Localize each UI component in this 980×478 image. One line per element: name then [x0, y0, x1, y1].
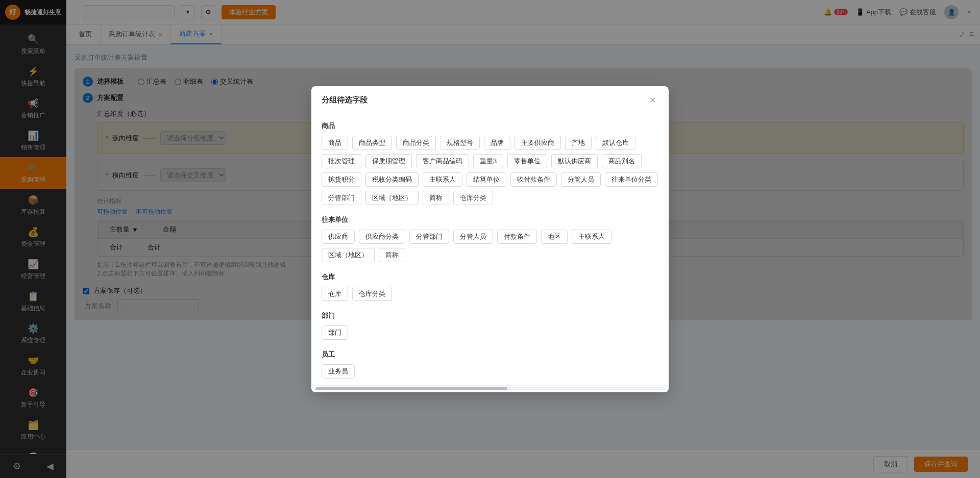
tag-warehouse-tags-1[interactable]: 仓库分类	[352, 287, 392, 301]
tag-product-tags-16[interactable]: 税收分类编码	[365, 172, 419, 187]
tag-partner-tags-7[interactable]: 区域（地区）	[322, 248, 375, 262]
tag-product-tags-20[interactable]: 分管人员	[561, 172, 601, 187]
tag-product-tags-4[interactable]: 品牌	[484, 136, 510, 150]
tag-product-tags-25[interactable]: 仓库分类	[453, 191, 493, 205]
tag-partner-tags-8[interactable]: 简称	[379, 248, 405, 262]
tag-product-tags-10[interactable]: 客户商品编码	[416, 154, 469, 168]
tag-product-tags-12[interactable]: 零售单位	[507, 154, 547, 168]
tag-partner-tags-1[interactable]: 供应商分类	[359, 230, 405, 244]
tag-product-tags-24[interactable]: 简称	[423, 191, 449, 205]
tag-partner-tags-2[interactable]: 分管部门	[409, 230, 449, 244]
section-employee: 员工 业务员	[322, 350, 658, 379]
tag-product-tags-22[interactable]: 分管部门	[322, 191, 361, 205]
modal: 分组待选字段 ✕ 商品 商品商品类型商品分类规格型号品牌主要供应商产地默认仓库批…	[311, 86, 669, 392]
tag-product-tags-8[interactable]: 批次管理	[322, 154, 361, 168]
hscroll-thumb	[315, 387, 507, 390]
tag-partner-tags-4[interactable]: 付款条件	[497, 230, 537, 244]
section-product: 商品 商品商品类型商品分类规格型号品牌主要供应商产地默认仓库批次管理保质期管理客…	[322, 121, 658, 205]
modal-hscroll[interactable]	[311, 385, 669, 392]
tag-product-tags-2[interactable]: 商品分类	[396, 136, 436, 150]
section-department: 部门 部门	[322, 311, 658, 340]
product-tags: 商品商品类型商品分类规格型号品牌主要供应商产地默认仓库批次管理保质期管理客户商品…	[322, 136, 658, 205]
partner-tags: 供应商供应商分类分管部门分管人员付款条件地区主联系人区域（地区）简称	[322, 230, 658, 262]
tag-product-tags-11[interactable]: 重量3	[473, 154, 503, 168]
section-warehouse-title: 仓库	[322, 272, 658, 282]
modal-title: 分组待选字段	[322, 95, 368, 105]
tag-product-tags-0[interactable]: 商品	[322, 136, 348, 150]
tag-product-tags-14[interactable]: 商品别名	[602, 154, 642, 168]
tag-product-tags-7[interactable]: 默认仓库	[596, 136, 635, 150]
section-partner: 往来单位 供应商供应商分类分管部门分管人员付款条件地区主联系人区域（地区）简称	[322, 215, 658, 262]
tag-product-tags-19[interactable]: 收付款条件	[510, 172, 557, 187]
tag-product-tags-18[interactable]: 结算单位	[467, 172, 506, 187]
tag-product-tags-17[interactable]: 主联系人	[423, 172, 462, 187]
overlay: 分组待选字段 ✕ 商品 商品商品类型商品分类规格型号品牌主要供应商产地默认仓库批…	[0, 0, 980, 478]
warehouse-tags: 仓库仓库分类	[322, 287, 658, 301]
tag-product-tags-5[interactable]: 主要供应商	[514, 136, 561, 150]
section-employee-title: 员工	[322, 350, 658, 359]
hscroll-track	[315, 387, 665, 390]
tag-product-tags-3[interactable]: 规格型号	[440, 136, 480, 150]
modal-header: 分组待选字段 ✕	[311, 86, 669, 113]
tag-partner-tags-3[interactable]: 分管人员	[453, 230, 493, 244]
tag-warehouse-tags-0[interactable]: 仓库	[322, 287, 348, 301]
tag-product-tags-23[interactable]: 区域（地区）	[365, 191, 419, 205]
tag-product-tags-1[interactable]: 商品类型	[352, 136, 392, 150]
tag-product-tags-13[interactable]: 默认供应商	[551, 154, 598, 168]
modal-body[interactable]: 商品 商品商品类型商品分类规格型号品牌主要供应商产地默认仓库批次管理保质期管理客…	[311, 113, 669, 385]
section-partner-title: 往来单位	[322, 215, 658, 224]
tag-department-tags-0[interactable]: 部门	[322, 325, 348, 340]
section-department-title: 部门	[322, 311, 658, 320]
tag-product-tags-6[interactable]: 产地	[565, 136, 592, 150]
section-product-title: 商品	[322, 121, 658, 131]
tag-partner-tags-5[interactable]: 地区	[541, 230, 568, 244]
tag-partner-tags-0[interactable]: 供应商	[322, 230, 355, 244]
tag-partner-tags-6[interactable]: 主联系人	[572, 230, 611, 244]
section-warehouse: 仓库 仓库仓库分类	[322, 272, 658, 301]
tag-product-tags-9[interactable]: 保质期管理	[365, 154, 412, 168]
tag-product-tags-21[interactable]: 往来单位分类	[605, 172, 658, 187]
tag-employee-tags-0[interactable]: 业务员	[322, 364, 355, 379]
modal-close-button[interactable]: ✕	[646, 94, 658, 107]
employee-tags: 业务员	[322, 364, 658, 379]
department-tags: 部门	[322, 325, 658, 340]
tag-product-tags-15[interactable]: 拣货积分	[322, 172, 361, 187]
